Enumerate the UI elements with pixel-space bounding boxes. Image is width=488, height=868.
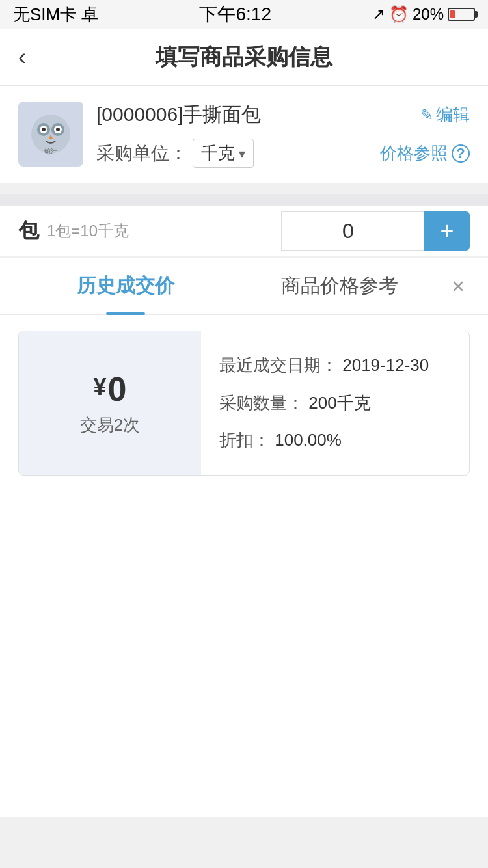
discount-value: 100.00%: [275, 430, 342, 450]
price-card-right: 最近成交日期： 2019-12-30 采购数量： 200千克 折扣： 100.0…: [201, 331, 469, 475]
svg-point-6: [56, 128, 60, 131]
edit-icon: ✎: [420, 106, 433, 124]
discount-label: 折扣：: [219, 430, 270, 450]
edit-label: 编辑: [436, 103, 470, 126]
qty-value: 200千克: [308, 393, 370, 413]
product-section: 鲸汁 [0000006]手撕面包 ✎ 编辑 采购单位： 千克 ▾: [0, 86, 488, 183]
tab-section: 历史成交价 商品价格参考 × ¥ 0 交易2次 最近成交日期： 2019-12-…: [0, 258, 488, 491]
help-icon: ?: [452, 144, 470, 163]
price-card-wrap: ¥ 0 交易2次 最近成交日期： 2019-12-30 采购数量： 200千克 …: [0, 315, 488, 491]
discount-row: 折扣： 100.00%: [219, 427, 451, 454]
svg-text:鲸汁: 鲸汁: [44, 148, 57, 155]
content-area: [0, 491, 488, 817]
trade-count: 交易2次: [80, 414, 140, 437]
date-row: 最近成交日期： 2019-12-30: [219, 352, 451, 379]
bag-label: 包: [18, 217, 39, 245]
product-thumbnail: 鲸汁: [18, 102, 83, 167]
tab-history-price[interactable]: 历史成交价: [18, 258, 232, 315]
status-bar: 无SIM卡 卓 下午6:12 ↗ ⏰ 20%: [0, 0, 488, 29]
currency-symbol: ¥: [94, 373, 107, 401]
status-left: 无SIM卡 卓: [13, 3, 98, 26]
battery-icon: [448, 8, 475, 21]
unit-label: 采购单位：: [96, 141, 187, 166]
product-name: [0000006]手撕面包: [96, 102, 261, 128]
chevron-down-icon: ▾: [239, 146, 245, 161]
owl-logo: 鲸汁: [28, 111, 74, 157]
tab-history-label: 历史成交价: [77, 273, 174, 299]
page-title: 填写商品采购信息: [156, 42, 332, 72]
alarm-icon: ⏰: [389, 5, 409, 23]
carrier-text: 无SIM卡 卓: [13, 3, 98, 26]
location-icon: ↗: [372, 5, 385, 23]
nav-bar: ‹ 填写商品采购信息: [0, 29, 488, 86]
svg-point-5: [42, 128, 46, 131]
equiv-label: 1包=10千克: [47, 221, 129, 241]
price-ref-label: 价格参照: [380, 142, 448, 165]
price-amount-display: ¥ 0: [94, 370, 127, 409]
price-card-left: ¥ 0 交易2次: [19, 331, 201, 475]
tab-product-label: 商品价格参考: [281, 273, 398, 299]
battery-text: 20%: [413, 5, 444, 23]
separator: [0, 194, 488, 204]
close-button[interactable]: ×: [446, 268, 470, 304]
plus-button[interactable]: +: [424, 211, 470, 251]
quantity-input[interactable]: [281, 211, 424, 251]
product-info: [0000006]手撕面包 ✎ 编辑 采购单位： 千克 ▾ 价格参照 ?: [96, 102, 470, 168]
price-number: 0: [108, 370, 127, 409]
unit-select[interactable]: 千克 ▾: [193, 139, 254, 168]
quantity-control: +: [281, 211, 470, 251]
date-label: 最近成交日期：: [219, 355, 338, 375]
quantity-section: 包 1包=10千克 +: [0, 204, 488, 256]
date-value: 2019-12-30: [342, 355, 429, 375]
price-ref-button[interactable]: 价格参照 ?: [380, 142, 470, 165]
unit-value: 千克: [201, 142, 235, 165]
status-right: ↗ ⏰ 20%: [372, 5, 475, 23]
qty-label: 采购数量：: [219, 393, 304, 413]
status-time: 下午6:12: [199, 2, 271, 27]
qty-row: 采购数量： 200千克: [219, 390, 451, 417]
back-button[interactable]: ‹: [18, 44, 26, 71]
edit-button[interactable]: ✎ 编辑: [420, 103, 470, 126]
price-card: ¥ 0 交易2次 最近成交日期： 2019-12-30 采购数量： 200千克 …: [18, 331, 470, 476]
tab-bar: 历史成交价 商品价格参考 ×: [0, 258, 488, 315]
tab-product-price[interactable]: 商品价格参考: [232, 258, 446, 315]
